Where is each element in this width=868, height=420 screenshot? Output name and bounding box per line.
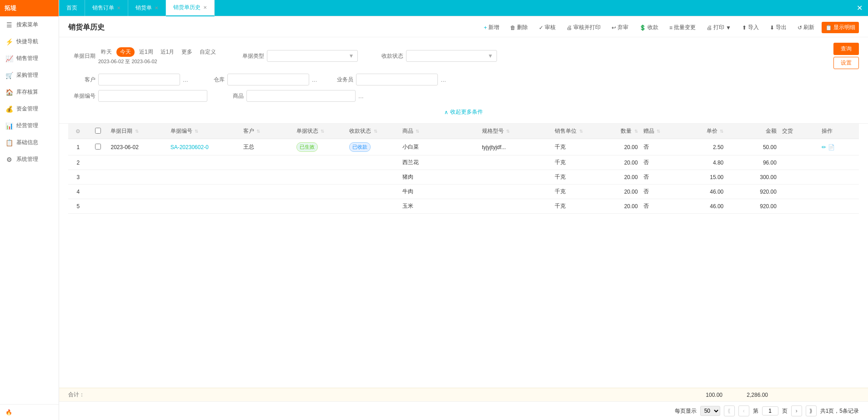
settings-icon[interactable]: ⚙ [75,128,80,135]
sidebar-item-operations[interactable]: 📊 经营管理 [0,117,59,134]
sidebar-item-finance[interactable]: 💰 资金管理 [0,100,59,117]
sidebar-item-quick-nav[interactable]: ⚡ 快捷导航 [0,33,59,50]
col-no-header[interactable]: 单据编号 ⇅ [168,124,241,139]
row-price: 46.00 [673,199,727,214]
tab-bar-close-btn[interactable]: ✕ [851,4,868,12]
col-date-header[interactable]: 单据日期 ⇅ [108,124,167,139]
print-button[interactable]: 🖨 打印 ▼ [703,22,735,33]
table-body: 1 2023-06-02 SA-20230602-0 王总 已生效 已收款 小白… [68,139,859,214]
tab-sales-goods-close[interactable]: ✕ [155,5,158,10]
col-customer-header[interactable]: 客户 ⇅ [241,124,294,139]
pay-status-select[interactable]: ▼ [406,50,497,62]
customer-input[interactable] [98,74,180,85]
col-unit-label: 销售单位 [555,128,577,134]
import-button[interactable]: ⬆ 导入 [738,22,763,33]
docno-label: 单据编号 [68,92,95,100]
tab-sales-goods[interactable]: 销货单 ✕ [128,0,166,16]
date-filter-label: 单据日期 [68,52,95,60]
col-goods-header[interactable]: 商品 ⇅ [400,124,479,139]
action-btn[interactable]: ✏ [822,144,826,150]
refresh-button[interactable]: ↺ 刷新 [794,22,818,33]
date-filter-group: 单据日期 昨天 今天 近1周 近1月 更多 自定义 2023-06-02 至 2… [68,47,219,65]
setting-button[interactable]: 设置 [833,57,859,69]
warehouse-filter-group: 仓库 ... [197,74,317,85]
col-qty-header[interactable]: 数量 ⇅ [601,124,640,139]
row-qty: 20.00 [601,155,640,170]
tab-sales-order-close[interactable]: ✕ [117,5,120,10]
sidebar-item-sys-mgmt[interactable]: ⚙ 系统管理 [0,151,59,168]
date-section: 昨天 今天 近1周 近1月 更多 自定义 2023-06-02 至 2023-0… [98,47,219,65]
collapse-button[interactable]: ∧ 收起更多条件 [68,106,859,118]
date-tag-more[interactable]: 更多 [179,47,195,57]
sidebar-item-sales-mgmt[interactable]: 📈 销售管理 [0,50,59,67]
docno-input[interactable] [98,90,207,102]
sidebar-item-label: 采购管理 [16,71,38,79]
sidebar-item-inventory[interactable]: 🏠 库存核算 [0,84,59,100]
tab-sales-order[interactable]: 销售订单 ✕ [85,0,128,16]
per-page-select[interactable]: 50 [700,406,720,416]
row-qty: 20.00 [601,185,640,199]
sidebar-item-search-menu[interactable]: ☰ 搜索菜单 [0,16,59,33]
warehouse-dots[interactable]: ... [312,76,317,83]
col-unit-header[interactable]: 销售单位 ⇅ [552,124,601,139]
show-detail-button[interactable]: 📋 显示明细 [822,22,859,33]
new-button[interactable]: + 新增 [480,22,503,33]
col-spec-header[interactable]: 规格型号 ⇅ [479,124,552,139]
last-page-button[interactable]: ⟫ [806,405,817,416]
tab-home[interactable]: 首页 [59,0,85,16]
first-page-button[interactable]: ⟪ [724,405,735,416]
col-amount-label: 金额 [766,128,777,134]
date-tag-today[interactable]: 今天 [116,47,135,57]
finance-icon: 💰 [5,105,13,113]
col-gift-header[interactable]: 赠品 ⇅ [641,124,673,139]
date-tag-last7[interactable]: 近1周 [136,47,156,57]
sidebar-bottom-fire[interactable]: 🔥 [0,405,59,420]
query-button[interactable]: 查询 [833,43,859,55]
next-page-button[interactable]: › [791,405,802,416]
tab-home-label: 首页 [66,4,77,12]
tab-sales-history[interactable]: 销货单历史 ✕ [166,0,215,16]
col-amount-header[interactable]: 金额 [726,124,779,139]
tab-sales-history-close[interactable]: ✕ [203,5,207,10]
audit-print-button[interactable]: 🖨 审核并打印 [563,22,604,33]
audit-button[interactable]: ✓ 审核 [535,22,559,33]
select-all-checkbox[interactable] [95,128,101,134]
date-tag-last30[interactable]: 近1月 [158,47,177,57]
collect-icon: 💲 [639,25,646,31]
export-button[interactable]: ⬇ 导出 [766,22,790,33]
col-no-sort: ⇅ [195,129,198,134]
batch-change-button[interactable]: ≡ 批量变更 [666,22,699,33]
goods-dots[interactable]: ... [358,92,364,100]
date-tag-custom[interactable]: 自定义 [197,47,219,57]
date-tag-yesterday[interactable]: 昨天 [98,47,115,57]
sidebar-item-purchase-mgmt[interactable]: 🛒 采购管理 [0,67,59,84]
row-trade [779,185,819,199]
customer-dots[interactable]: ... [183,76,188,83]
col-pay-label: 收款状态 [349,128,371,134]
prev-page-button[interactable]: ‹ [738,405,749,416]
doc-type-select[interactable]: ▼ [267,50,358,62]
row-doc-status [294,185,347,199]
col-status-header[interactable]: 单据状态 ⇅ [294,124,347,139]
row-check [88,155,108,170]
tab-sales-history-label: 销货单历史 [173,4,201,11]
goods-input[interactable] [246,90,356,102]
action-btn[interactable]: 📄 [828,144,835,150]
salesman-dots[interactable]: ... [441,76,446,83]
sidebar-item-base-info[interactable]: 📋 基础信息 [0,134,59,151]
col-settings[interactable]: ⚙ [68,124,88,139]
doc-no-link[interactable]: SA-20230602-0 [171,144,209,150]
row-docno [168,185,241,199]
discard-button[interactable]: ↩ 弃审 [608,22,632,33]
page-input[interactable] [762,406,778,415]
salesman-input[interactable] [356,74,438,85]
row-checkbox[interactable] [95,144,101,150]
warehouse-label: 仓库 [197,76,225,84]
col-price-header[interactable]: 单价 ⇅ [673,124,727,139]
delete-button[interactable]: 🗑 删除 [507,22,532,33]
col-pay-header[interactable]: 收款状态 ⇅ [346,124,400,139]
show-detail-label: 显示明细 [833,24,855,31]
warehouse-input[interactable] [227,74,309,85]
collect-button[interactable]: 💲 收款 [636,22,662,33]
row-check [88,170,108,185]
